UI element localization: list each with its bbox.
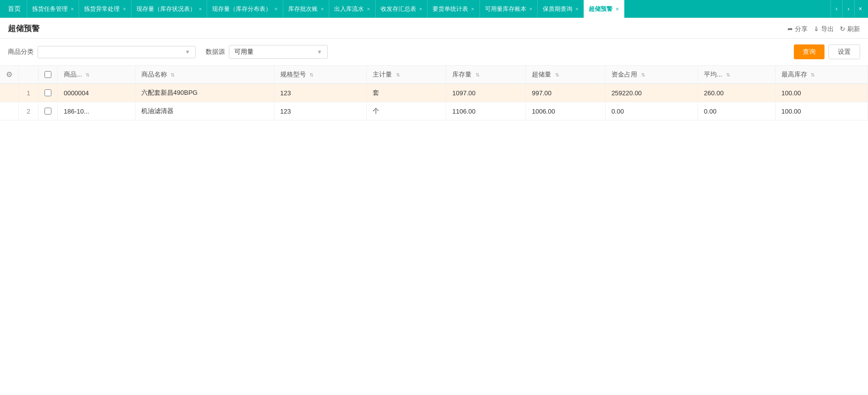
close-tab-1-icon[interactable]: × (71, 6, 74, 12)
header-actions: ➦ 分享 ⇓ 导出 ↻ 刷新 (787, 25, 860, 34)
row-settings-cell (0, 84, 19, 102)
col-header-name[interactable]: 商品名称 ⇅ (135, 66, 274, 84)
row-avg: 260.00 (698, 84, 776, 102)
category-filter: 商品分类 ▼ (8, 46, 196, 58)
category-select-arrow-icon: ▼ (185, 49, 190, 55)
nav-tab-10[interactable]: 保质期查询 × (538, 0, 584, 18)
close-tab-3-icon[interactable]: × (199, 6, 202, 12)
page-container: 超储预警 ➦ 分享 ⇓ 导出 ↻ 刷新 商品分类 ▼ 数据源 (0, 18, 868, 395)
nav-close-button[interactable]: × (854, 0, 866, 18)
table-header-row: ⚙ 商品... ⇅ 商品名称 ⇅ (0, 66, 868, 84)
share-icon: ➦ (787, 25, 793, 33)
row-avg: 0.00 (698, 102, 776, 120)
category-select[interactable]: ▼ (38, 46, 196, 58)
export-button[interactable]: ⇓ 导出 (814, 25, 834, 34)
query-button[interactable]: 查询 (794, 44, 825, 59)
nav-tab-7[interactable]: 收发存汇总表 × (376, 0, 428, 18)
col-header-stock[interactable]: 库存量 ⇅ (446, 66, 526, 84)
row-settings-cell (0, 102, 19, 120)
top-nav: 首页 拣货任务管理 × 拣货异常处理 × 现存量（库存状况表） × 现存量（库存… (0, 0, 868, 18)
nav-prev-button[interactable]: ‹ (830, 0, 842, 18)
col-header-code[interactable]: 商品... ⇅ (58, 66, 135, 84)
row-code: 186-10... (58, 102, 135, 120)
close-tab-10-icon[interactable]: × (575, 6, 578, 12)
nav-tab-3[interactable]: 现存量（库存状况表） × (131, 0, 207, 18)
close-tab-8-icon[interactable]: × (471, 6, 474, 12)
close-tab-9-icon[interactable]: × (529, 6, 532, 12)
col-header-spec[interactable]: 规格型号 ⇅ (274, 66, 366, 84)
nav-tab-9[interactable]: 可用量库存账本 × (480, 0, 538, 18)
share-button[interactable]: ➦ 分享 (787, 25, 808, 34)
nav-tab-6[interactable]: 出入库流水 × (329, 0, 375, 18)
filter-area: 商品分类 ▼ 数据源 可用量 ▼ 查询 设置 (0, 39, 868, 66)
nav-tab-2[interactable]: 拣货异常处理 × (79, 0, 131, 18)
page-title: 超储预警 (8, 24, 40, 34)
datasource-label: 数据源 (206, 47, 225, 56)
category-select-value (43, 48, 45, 56)
nav-tab-8[interactable]: 要货单统计表 × (428, 0, 479, 18)
nav-next-button[interactable]: › (842, 0, 854, 18)
sort-spec-icon: ⇅ (309, 72, 313, 78)
col-header-checkbox[interactable] (39, 66, 58, 84)
category-label: 商品分类 (8, 47, 34, 56)
close-tab-7-icon[interactable]: × (419, 6, 422, 12)
row-index: 1 (19, 84, 39, 102)
row-unit: 套 (367, 84, 446, 102)
row-name: 六配套新昌490BPG (135, 84, 274, 102)
nav-tab-5[interactable]: 库存批次账 × (283, 0, 329, 18)
close-tab-5-icon[interactable]: × (321, 6, 324, 12)
row-spec: 123 (274, 84, 366, 102)
sort-code-icon: ⇅ (86, 72, 89, 78)
close-tab-2-icon[interactable]: × (123, 6, 126, 12)
datasource-filter: 数据源 可用量 ▼ (206, 45, 328, 59)
row-capital: 259220.00 (605, 84, 697, 102)
row-name: 机油滤清器 (135, 102, 274, 120)
table-container: ⚙ 商品... ⇅ 商品名称 ⇅ (0, 66, 868, 120)
sort-avg-icon: ⇅ (726, 72, 730, 78)
col-header-max[interactable]: 最高库存 ⇅ (775, 66, 868, 84)
row-stock: 1106.00 (446, 102, 526, 120)
row-checkbox[interactable] (44, 108, 51, 115)
select-all-checkbox[interactable] (44, 71, 51, 78)
close-tab-4-icon[interactable]: × (274, 6, 277, 12)
nav-arrows: ‹ › × (830, 0, 866, 18)
col-header-unit[interactable]: 主计量 ⇅ (367, 66, 446, 84)
data-table: ⚙ 商品... ⇅ 商品名称 ⇅ (0, 66, 868, 120)
col-header-avg[interactable]: 平均... ⇅ (698, 66, 776, 84)
nav-tab-11[interactable]: 超储预警 × (584, 0, 624, 18)
nav-tab-1[interactable]: 拣货任务管理 × (27, 0, 79, 18)
table-body: 1 0000004 六配套新昌490BPG 123 套 1097.00 997.… (0, 84, 868, 120)
sort-name-icon: ⇅ (171, 72, 174, 78)
row-checkbox-cell[interactable] (39, 84, 58, 102)
row-code: 0000004 (58, 84, 135, 102)
nav-tab-4[interactable]: 现存量（库存分布表） × (207, 0, 283, 18)
row-stock: 1097.00 (446, 84, 526, 102)
datasource-select[interactable]: 可用量 ▼ (229, 45, 328, 59)
nav-home[interactable]: 首页 (2, 0, 27, 18)
close-tab-6-icon[interactable]: × (367, 6, 370, 12)
row-checkbox-cell[interactable] (39, 102, 58, 120)
refresh-icon: ↻ (840, 25, 845, 33)
sort-capital-icon: ⇅ (641, 72, 645, 78)
row-over: 1006.00 (525, 102, 605, 120)
datasource-select-value: 可用量 (234, 47, 254, 56)
export-icon: ⇓ (814, 25, 819, 33)
sort-over-icon: ⇅ (555, 72, 559, 78)
sort-stock-icon: ⇅ (476, 72, 479, 78)
row-max: 100.00 (775, 84, 868, 102)
close-tab-11-icon[interactable]: × (615, 6, 618, 12)
row-checkbox[interactable] (44, 89, 51, 96)
col-header-over[interactable]: 超储量 ⇅ (525, 66, 605, 84)
col-header-index (19, 66, 39, 84)
settings-button[interactable]: 设置 (828, 44, 860, 59)
refresh-button[interactable]: ↻ 刷新 (840, 25, 860, 34)
row-over: 997.00 (525, 84, 605, 102)
gear-icon[interactable]: ⚙ (6, 70, 12, 79)
row-max: 100.00 (775, 102, 868, 120)
table-row: 2 186-10... 机油滤清器 123 个 1106.00 1006.00 … (0, 102, 868, 120)
row-spec: 123 (274, 102, 366, 120)
datasource-select-arrow-icon: ▼ (317, 49, 322, 55)
filter-actions: 查询 设置 (794, 44, 860, 59)
col-header-settings[interactable]: ⚙ (0, 66, 19, 84)
col-header-capital[interactable]: 资金占用 ⇅ (605, 66, 697, 84)
